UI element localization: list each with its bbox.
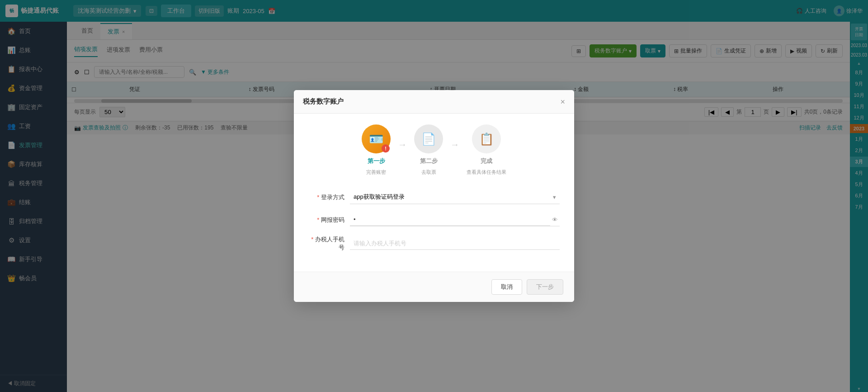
- password-row: * 网报密码 👁: [308, 213, 560, 226]
- step-3: 📋 完成 查看具体任务结果: [467, 124, 506, 176]
- required-mark-3: *: [311, 236, 313, 243]
- step-2-label: 第二步: [420, 157, 438, 165]
- eye-icon[interactable]: 👁: [550, 215, 560, 225]
- arrow-2: →: [450, 139, 459, 161]
- step-3-icon-wrap: 📋: [472, 124, 501, 153]
- step-1-desc: 完善账密: [366, 169, 386, 176]
- required-mark-1: *: [317, 194, 319, 201]
- modal-close-btn[interactable]: ×: [560, 98, 565, 106]
- cancel-button[interactable]: 取消: [491, 279, 522, 295]
- login-method-label: * 登录方式: [308, 193, 344, 201]
- steps-container: 🪪 ! 第一步 完善账密 → 📄 第二步 去取: [308, 124, 560, 176]
- login-method-value: app获取验证码登录: [354, 193, 405, 201]
- step-3-desc: 查看具体任务结果: [467, 169, 506, 176]
- phone-row: * 办税人手机号: [308, 235, 560, 252]
- step-1: 🪪 ! 第一步 完善账密: [362, 124, 391, 176]
- login-method-row: * 登录方式 app获取验证码登录 ▾: [308, 190, 560, 204]
- modal-header: 税务数字账户 ×: [294, 90, 574, 114]
- modal-title: 税务数字账户: [303, 97, 344, 106]
- next-button[interactable]: 下一步: [527, 279, 563, 295]
- login-method-dropdown-icon: ▾: [553, 194, 556, 201]
- password-input-wrap: 👁: [350, 213, 560, 226]
- required-mark-2: *: [317, 216, 319, 223]
- modal-overlay[interactable]: 税务数字账户 × 🪪 ! 第一步 完善账密 →: [0, 0, 868, 392]
- step-2-icon-wrap: 📄: [414, 124, 443, 153]
- arrow-1: →: [398, 139, 407, 161]
- step-1-icon-wrap: 🪪 !: [362, 124, 391, 153]
- step-2: 📄 第二步 去取票: [414, 124, 443, 176]
- modal-form: * 登录方式 app获取验证码登录 ▾ * 网报密码: [308, 190, 560, 252]
- phone-label: * 办税人手机号: [308, 235, 344, 252]
- password-label: * 网报密码: [308, 216, 344, 224]
- step-3-icon: 📋: [472, 124, 501, 153]
- modal-body: 🪪 ! 第一步 完善账密 → 📄 第二步 去取: [294, 114, 574, 272]
- step-1-badge: !: [382, 144, 390, 153]
- modal-footer: 取消 下一步: [294, 272, 574, 302]
- step-1-label: 第一步: [368, 157, 385, 165]
- password-input[interactable]: [350, 213, 550, 226]
- login-method-select[interactable]: app获取验证码登录 ▾: [350, 190, 560, 204]
- step-2-desc: 去取票: [421, 169, 436, 176]
- step-3-label: 完成: [481, 157, 492, 165]
- step-2-icon: 📄: [414, 124, 443, 153]
- phone-input[interactable]: [350, 237, 560, 250]
- tax-account-modal: 税务数字账户 × 🪪 ! 第一步 完善账密 →: [294, 90, 574, 302]
